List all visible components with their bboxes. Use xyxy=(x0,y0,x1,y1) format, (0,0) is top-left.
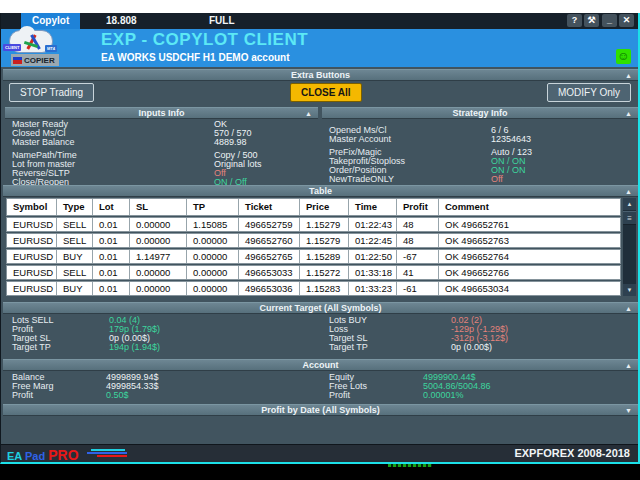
cell-price: 1.15272 xyxy=(300,266,349,279)
cell-lot: 0.01 xyxy=(93,250,130,263)
scrollbar-thumb[interactable] xyxy=(623,211,636,225)
info-row: Target TP 194p (1.94$) xyxy=(6,343,318,352)
section-header-current-target[interactable]: Current Target (All Symbols) ▲ xyxy=(3,302,638,314)
copier-strip: COPIER xyxy=(11,54,59,66)
column-header: Price xyxy=(300,199,349,215)
status-smiley-indicator[interactable]: ☺ xyxy=(616,49,631,64)
cell-time: 01:22:43 xyxy=(349,218,397,231)
collapse-icon[interactable]: ▲ xyxy=(305,109,312,119)
column-header: Ticket xyxy=(239,199,300,215)
settings-button[interactable]: ⚒ xyxy=(584,14,599,27)
table-scrollbar[interactable]: ▲ ▼ xyxy=(623,198,636,296)
cell-profit: 41 xyxy=(397,266,439,279)
close-all-button[interactable]: CLOSE All xyxy=(290,83,362,102)
scroll-down-button[interactable]: ▼ xyxy=(623,284,636,296)
cell-sl: 1.14977 xyxy=(130,250,187,263)
table-row[interactable]: EURUSD SELL 0.01 0.00000 0.00000 4966527… xyxy=(6,233,621,248)
cell-ticket: 496653036 xyxy=(239,282,300,295)
cell-lot: 0.01 xyxy=(93,282,130,295)
ea-pad-pro-logo: EA Pad PRO xyxy=(7,447,79,463)
close-button[interactable]: ✕ xyxy=(619,14,634,27)
info-row: Lots SELL 0.04 (4) xyxy=(6,316,318,325)
table-header-row: SymbolTypeLotSLTPTicketPriceTimeProfitCo… xyxy=(6,198,621,216)
copier-label: COPIER xyxy=(24,56,55,65)
cell-profit: 48 xyxy=(397,218,439,231)
table-row[interactable]: EURUSD SELL 0.01 0.00000 1.15085 4966527… xyxy=(6,217,621,232)
cell-symbol: EURUSD xyxy=(7,266,57,279)
info-row: Free Marg 4999854.33$ xyxy=(6,382,318,391)
brand-pro: PRO xyxy=(48,447,78,463)
brand-pad: Pad xyxy=(25,450,45,462)
section-title: Table xyxy=(309,186,332,196)
minimize-button[interactable]: _ xyxy=(602,14,617,27)
scroll-down-icon: ▼ xyxy=(627,287,633,293)
inputs-info-list: Master Ready OK Closed Ms/Cl 570 / 570 M… xyxy=(6,120,318,187)
section-header-extra-buttons[interactable]: Extra Buttons ▲ xyxy=(3,69,638,81)
cell-time: 01:22:45 xyxy=(349,234,397,247)
cell-type: BUY xyxy=(57,250,93,263)
cell-price: 1.15289 xyxy=(300,250,349,263)
collapse-icon[interactable]: ▲ xyxy=(625,71,632,81)
cell-profit: -61 xyxy=(397,282,439,295)
info-label: Profit xyxy=(12,390,33,400)
info-value: 0.50$ xyxy=(106,391,129,400)
table-row[interactable]: EURUSD SELL 0.01 0.00000 0.00000 4966530… xyxy=(6,265,621,280)
collapse-icon[interactable]: ▲ xyxy=(625,304,632,314)
scroll-up-icon: ▲ xyxy=(627,201,633,207)
cell-comment: OK 496652764 xyxy=(439,250,620,263)
cell-type: SELL xyxy=(57,234,93,247)
section-header-inputs-info[interactable]: Inputs Info ▲ xyxy=(5,107,318,119)
current-target-buy-list: Lots BUY 0.02 (2) Loss -129p (-1.29$) Ta… xyxy=(323,316,635,352)
scroll-up-button[interactable]: ▲ xyxy=(623,198,636,210)
section-header-strategy-info[interactable]: Strategy Info ▲ xyxy=(322,107,638,119)
cell-tp: 0.00000 xyxy=(187,250,239,263)
cell-ticket: 496652760 xyxy=(239,234,300,247)
section-header-account[interactable]: Account ▲ xyxy=(3,359,638,371)
section-header-table[interactable]: Table ▲ xyxy=(3,185,638,197)
column-header: Symbol xyxy=(7,199,57,215)
info-row: Target SL 0p (0.00$) xyxy=(6,334,318,343)
info-row: Profit 179p (1.79$) xyxy=(6,325,318,334)
cell-ticket: 496652765 xyxy=(239,250,300,263)
close-icon: ✕ xyxy=(623,15,631,25)
info-value: 12354643 xyxy=(491,135,531,144)
current-target-sell-list: Lots SELL 0.04 (4) Profit 179p (1.79$) T… xyxy=(6,316,318,352)
table-body: EURUSD SELL 0.01 0.00000 1.15085 4966527… xyxy=(6,217,636,296)
flag-icon xyxy=(13,57,22,64)
modify-only-button[interactable]: MODIFY Only xyxy=(547,83,631,102)
title-bar[interactable]: Copylot 18.808 FULL ? ⚒ _ ✕ xyxy=(1,13,638,29)
tools-icon: ⚒ xyxy=(587,15,595,25)
footer-bar: EA Pad PRO EXPFOREX 2008-2018 xyxy=(1,444,638,462)
info-row: Master Balance 4889.98 xyxy=(6,138,318,147)
cell-symbol: EURUSD xyxy=(7,234,57,247)
collapse-icon[interactable]: ▲ xyxy=(625,109,632,119)
collapse-icon[interactable]: ▲ xyxy=(625,187,632,197)
section-title: Strategy Info xyxy=(452,108,507,118)
cell-symbol: EURUSD xyxy=(7,282,57,295)
mt4-badge: MT4 xyxy=(45,45,57,52)
info-value: 0.00001% xyxy=(423,391,464,400)
cell-tp: 1.15085 xyxy=(187,218,239,231)
info-label: Target TP xyxy=(329,342,368,352)
cell-symbol: EURUSD xyxy=(7,218,57,231)
info-row: NewTradeONLY Off xyxy=(323,175,635,184)
expand-icon[interactable]: ▼ xyxy=(625,406,632,416)
info-value: 4889.98 xyxy=(214,138,247,147)
cell-lot: 0.01 xyxy=(93,234,130,247)
column-header: Lot xyxy=(93,199,130,215)
info-label: NewTradeONLY xyxy=(329,174,394,184)
info-label: Master Account xyxy=(329,134,391,144)
info-row: Free Lots 5004.86/5004.86 xyxy=(323,382,635,391)
help-button[interactable]: ? xyxy=(567,14,582,27)
section-header-profit-by-date[interactable]: Profit by Date (All Symbols) ▼ xyxy=(3,404,638,416)
section-title: Account xyxy=(303,360,339,370)
table-row[interactable]: EURUSD BUY 0.01 0.00000 0.00000 49665303… xyxy=(6,281,621,296)
cell-type: SELL xyxy=(57,266,93,279)
info-value: 0p (0.00$) xyxy=(451,343,492,352)
stop-trading-button[interactable]: STOP Trading xyxy=(9,83,94,102)
cell-comment: OK 496653034 xyxy=(439,282,620,295)
collapse-icon[interactable]: ▲ xyxy=(625,361,632,371)
section-title: Extra Buttons xyxy=(291,70,350,80)
table-row[interactable]: EURUSD BUY 0.01 1.14977 0.00000 49665276… xyxy=(6,249,621,264)
brand-ea: EA xyxy=(7,450,22,462)
